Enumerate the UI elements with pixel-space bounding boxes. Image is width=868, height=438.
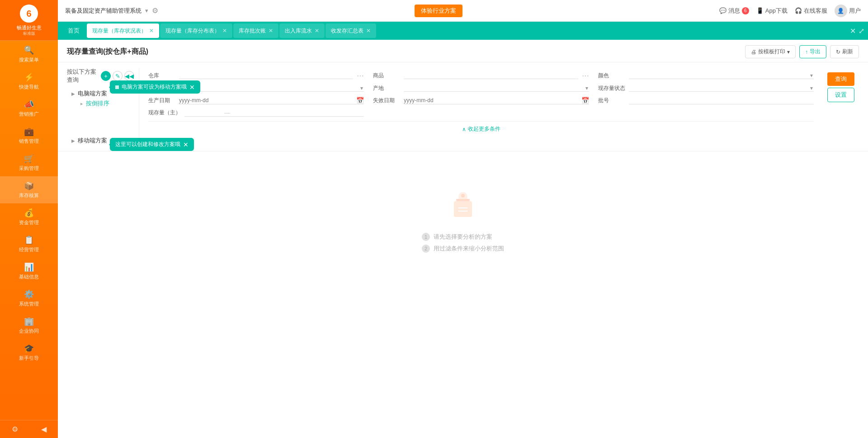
purchase-icon: 🛒 (24, 154, 34, 164)
export-btn[interactable]: ↑ 导出 (799, 45, 826, 58)
top-header: 装备及固定资产辅助管理系统 ▾ ⚙ 体验行业方案 💬 消息 6 📱 App下载 … (58, 0, 868, 22)
sidebar-item-inventory[interactable]: 📦 库存核算 (0, 176, 58, 203)
step-num-2: 2 (422, 245, 430, 253)
tab-close-icon-1[interactable]: ✕ (149, 28, 154, 34)
proddate-calendar-icon[interactable]: 📅 (356, 97, 364, 104)
message-icon: 💬 (719, 7, 726, 14)
origin-label: 产地 (373, 85, 400, 92)
sidebar-item-quicknav[interactable]: ⚡ 快捷导航 (0, 68, 58, 95)
sidebar-item-marketing[interactable]: 📣 营销推广 (0, 95, 58, 122)
finance-icon: 💰 (24, 208, 34, 218)
desktop-child-1[interactable]: ▸ 按倒排序 (80, 99, 134, 108)
tab-summary[interactable]: 收发存汇总表 ✕ (326, 24, 376, 38)
edit-scheme-btn[interactable]: ✎ (113, 71, 123, 81)
desktop-child-label: 按倒排序 (86, 99, 109, 108)
sidebar-item-system[interactable]: ⚙️ 系统管理 (0, 285, 58, 312)
stockmain-from-input[interactable] (184, 109, 221, 116)
support-icon: 🎧 (795, 7, 802, 14)
filter-fields: 仓库 ⋯ 商品 ⋯ 颜色 (139, 68, 859, 146)
sidebar-nav: 🔍 搜索菜单 ⚡ 快捷导航 📣 营销推广 💼 销售管理 🛒 采购管理 📦 库存核… (0, 41, 58, 420)
page-header: 现存量查询(按仓库+商品) 🖨 按模板打印 ▾ ↑ 导出 ↻ 刷新 (58, 40, 868, 62)
sidebar-item-search[interactable]: 🔍 搜索菜单 (0, 41, 58, 68)
tab-inventory-status[interactable]: 现存量（库存状况表） ✕ (87, 24, 159, 38)
sidebar-item-guide[interactable]: 🎓 新手引导 (0, 339, 58, 366)
tab-inventory-dist-label: 现存量（库存分布表） (165, 27, 220, 35)
tab-inout-flow[interactable]: 出入库流水 ✕ (279, 24, 325, 38)
tab-fullscreen-icon[interactable]: ⤢ (859, 27, 864, 35)
reset-btn[interactable]: 设置 (827, 88, 854, 102)
refresh-btn[interactable]: ↻ 刷新 (830, 45, 859, 58)
filter-area: 按以下方案查询 + ✎ ◀◀ 电脑方案可设为移动方案哦 ✕ (58, 62, 868, 151)
size-input[interactable] (179, 85, 364, 91)
collapse-filter-btn[interactable]: ∧ 收起更多条件 (148, 121, 814, 137)
batch-input[interactable] (629, 98, 814, 104)
collapse-sidebar-icon[interactable]: ◀ (41, 425, 47, 433)
tab-close-icon-5[interactable]: ✕ (366, 28, 371, 34)
online-support-btn[interactable]: 🎧 在线客服 (795, 7, 827, 15)
filter-goods-row: 商品 ⋯ (373, 71, 589, 80)
avatar: 👤 (835, 5, 847, 17)
user-label: 用户 (849, 7, 861, 15)
proddate-label: 生产日期 (148, 97, 175, 104)
stockmain-to-input[interactable] (234, 109, 270, 116)
app-download-btn[interactable]: 📱 App下载 (756, 7, 788, 15)
tab-home[interactable]: 首页 (61, 22, 86, 40)
mobile-scheme-label: 移动端方案 (78, 137, 107, 145)
nav-scheme-btn[interactable]: ◀◀ (124, 71, 134, 81)
sidebar-item-operations[interactable]: 📋 经营管理 (0, 231, 58, 258)
stockmain-label: 现存量（主） (148, 109, 181, 117)
sidebar-item-sales[interactable]: 💼 销售管理 (0, 122, 58, 149)
print-btn[interactable]: 🖨 按模板打印 ▾ (745, 45, 796, 58)
sidebar-item-label-basic: 基础信息 (19, 273, 39, 280)
marketing-icon: 📣 (24, 99, 34, 109)
origin-input[interactable] (404, 85, 589, 91)
stock-status-label: 现存量状态 (598, 85, 625, 92)
stock-status-select-wrap: ▾ (629, 85, 814, 92)
system-name: 装备及固定资产辅助管理系统 (65, 7, 142, 15)
warehouse-dots-icon[interactable]: ⋯ (357, 71, 364, 80)
user-btn[interactable]: 👤 用户 (835, 5, 861, 17)
sidebar-item-label-guide: 新手引导 (19, 355, 39, 362)
tab-close-icon-2[interactable]: ✕ (222, 28, 227, 34)
sidebar-item-enterprise[interactable]: 🏢 企业协同 (0, 312, 58, 339)
warehouse-input[interactable] (179, 72, 353, 79)
tab-close-all-icon[interactable]: ✕ (850, 27, 856, 35)
page-actions: 🖨 按模板打印 ▾ ↑ 导出 ↻ 刷新 (745, 45, 859, 58)
warehouse-input-wrap (179, 72, 353, 79)
tab-batch-account[interactable]: 库存批次账 ✕ (233, 24, 278, 38)
tab-close-icon-3[interactable]: ✕ (269, 28, 273, 34)
proddate-input[interactable] (179, 97, 356, 104)
tab-inventory-dist[interactable]: 现存量（库存分布表） ✕ (160, 24, 232, 38)
tooltip-create: 这里可以创建和修改方案哦 ✕ (110, 138, 194, 151)
goods-dots-icon[interactable]: ⋯ (582, 71, 589, 80)
tab-close-icon-4[interactable]: ✕ (315, 28, 319, 34)
stock-status-input[interactable] (629, 85, 814, 91)
add-scheme-btn[interactable]: + (101, 71, 111, 81)
sidebar-item-finance[interactable]: 💰 资金管理 (0, 203, 58, 231)
tooltip-scheme-close[interactable]: ✕ (189, 84, 195, 91)
tooltip-scheme: 电脑方案可设为移动方案哦 ✕ (110, 80, 200, 94)
filter-batch-row: 批号 (598, 97, 814, 104)
color-input[interactable] (629, 72, 814, 79)
filter-grid: 仓库 ⋯ 商品 ⋯ 颜色 (148, 71, 814, 117)
expiredate-label: 失效日期 (373, 97, 400, 104)
tab-summary-label: 收发存汇总表 (331, 27, 363, 35)
message-btn[interactable]: 💬 消息 6 (719, 7, 749, 15)
settings-header-icon[interactable]: ⚙ (152, 6, 158, 15)
tooltip-create-close[interactable]: ✕ (183, 141, 189, 148)
filter-warehouse-row: 仓库 ⋯ (148, 71, 364, 80)
size-select-wrap: ▾ (179, 85, 364, 92)
empty-step-1: 1 请先选择要分析的方案 (422, 233, 504, 241)
sidebar-item-purchase[interactable]: 🛒 采购管理 (0, 149, 58, 176)
sidebar-item-basic[interactable]: 📊 基础信息 (0, 258, 58, 285)
experience-btn[interactable]: 体验行业方案 (415, 5, 462, 17)
expiredate-input[interactable] (404, 97, 581, 104)
expiredate-calendar-icon[interactable]: 📅 (581, 97, 589, 104)
settings-icon[interactable]: ⚙ (12, 425, 18, 433)
goods-input[interactable] (404, 72, 578, 79)
color-label: 颜色 (598, 72, 625, 80)
search-btn[interactable]: 查询 (827, 72, 854, 86)
empty-steps: 1 请先选择要分析的方案 2 用过滤条件来缩小分析范围 (422, 233, 504, 256)
tree-expand-icon: ▶ (71, 91, 75, 96)
chevron-down-icon[interactable]: ▾ (145, 7, 148, 14)
